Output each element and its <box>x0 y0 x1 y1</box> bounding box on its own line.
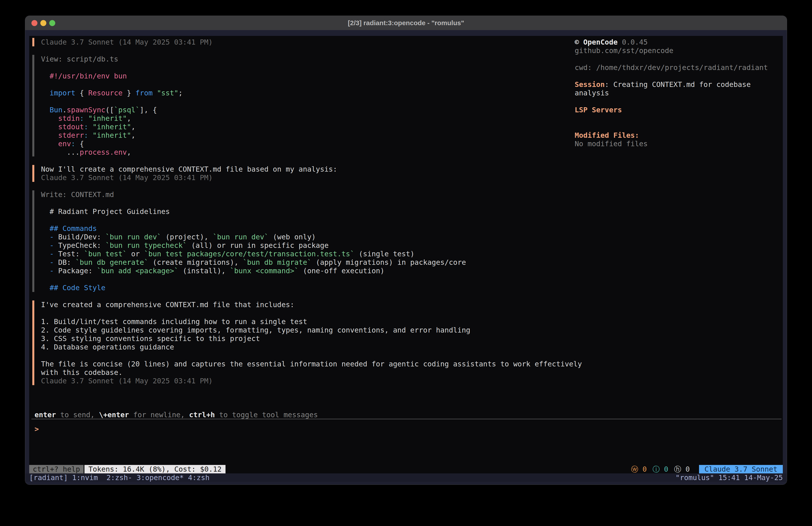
text-segment: Package: <box>54 267 97 275</box>
help-button[interactable]: ctrl+? help <box>29 465 84 473</box>
text-segment <box>41 89 50 97</box>
text-segment: Bun <box>50 106 63 114</box>
text-segment: 0.0.45 <box>618 38 648 46</box>
text-segment: The file is concise (20 lines) and captu… <box>41 360 582 368</box>
chat-line: The file is concise (20 lines) and captu… <box>41 360 582 368</box>
text-segment: `bun test` <box>84 250 127 258</box>
chat-line <box>41 80 582 89</box>
window-title: [2/3] radiant:3:opencode - "romulus" <box>348 19 464 27</box>
text-segment: , <box>131 123 135 131</box>
tmux-window-tab[interactable]: 3:opencode* <box>136 473 188 482</box>
chat-line: - Test: `bun test` or `bun test packages… <box>41 250 582 258</box>
chat-line <box>41 97 582 106</box>
text-segment: , <box>131 131 135 140</box>
text-segment: to send, <box>56 411 99 419</box>
text-segment: 4. Database operations guidance <box>41 343 174 351</box>
text-segment: - <box>50 233 54 241</box>
chat-line: stdin: "inherit", <box>41 114 582 123</box>
tmux-host-clock: "romulus" 15:41 14-May-25 <box>676 473 783 482</box>
sidebar-line: LSP Servers <box>575 106 782 114</box>
text-segment: "inherit" <box>92 123 131 131</box>
text-segment: ... <box>41 148 79 156</box>
text-segment: Claude 3.7 Sonnet (14 May 2025 03:41 PM) <box>41 173 213 182</box>
chat-line: with this codebase. <box>41 368 582 377</box>
diagnostic-orange-count: ⓦ 0 <box>631 465 647 473</box>
text-segment: Claude 3.7 Sonnet (14 May 2025 03:41 PM) <box>41 377 213 385</box>
text-segment: 2. Code style guidelines covering import… <box>41 326 470 334</box>
tmux-window-tab[interactable]: 2:zsh- <box>106 473 136 482</box>
tmux-window-tab[interactable]: 1:nvim <box>72 473 106 482</box>
text-segment: stdout <box>58 123 84 131</box>
text-segment <box>41 250 50 258</box>
chat-line: - Package: `bun add <package>` (install)… <box>41 267 582 275</box>
sidebar-line: No modified files <box>575 140 782 148</box>
model-badge[interactable]: Claude 3.7 Sonnet <box>699 465 783 473</box>
text-segment <box>41 131 58 140</box>
assistant-message-block: Claude 3.7 Sonnet (14 May 2025 03:41 PM) <box>32 38 582 46</box>
text-segment: Claude 3.7 Sonnet (14 May 2025 03:41 PM) <box>41 38 213 46</box>
text-segment: env <box>58 140 71 148</box>
chat-line <box>41 63 582 72</box>
text-segment: cwd: /home/thdxr/dev/projects/radiant/ra… <box>575 63 768 72</box>
opencode-app: Claude 3.7 Sonnet (14 May 2025 03:41 PM)… <box>29 36 783 473</box>
text-segment: (web only) <box>269 233 316 241</box>
sidebar-line <box>575 55 782 63</box>
text-segment: #!/usr/bin/env bun <box>41 72 127 80</box>
chat-line <box>41 199 582 207</box>
chat-line: stderr: "inherit", <box>41 131 582 140</box>
text-segment: github.com/sst/opencode <box>575 46 673 55</box>
chat-line: I've created a comprehensive CONTEXT.md … <box>41 300 582 309</box>
text-segment: : <box>71 140 75 148</box>
text-segment: `bun db migrate` <box>243 258 311 267</box>
sidebar-line <box>575 123 782 131</box>
close-button[interactable] <box>31 20 38 26</box>
chat-line: View: script/db.ts <box>41 55 582 63</box>
chat-line: env: { <box>41 140 582 148</box>
chat-line: - DB: `bun db generate` (create migratio… <box>41 258 582 267</box>
diagnostic-teal-count: ⓘ 0 <box>652 465 668 473</box>
minimize-button[interactable] <box>40 20 46 26</box>
tool-call-block: Write: CONTEXT.md # Radiant Project Guid… <box>32 190 582 292</box>
chat-line: Write: CONTEXT.md <box>41 190 582 199</box>
window-titlebar[interactable]: [2/3] radiant:3:opencode - "romulus" <box>25 16 787 30</box>
tokens-cost-status: Tokens: 16.4K (8%), Cost: $0.12 <box>85 465 226 473</box>
sidebar-line: cwd: /home/thdxr/dev/projects/radiant/ra… <box>575 63 782 72</box>
text-segment: Resource <box>88 89 122 97</box>
text-segment: `psql` <box>114 106 140 114</box>
text-segment: ([ <box>105 106 114 114</box>
text-segment: "inherit" <box>88 114 127 123</box>
text-segment <box>41 241 50 250</box>
sidebar: © OpenCode 0.0.45github.com/sst/opencode… <box>575 38 782 148</box>
zoom-button[interactable] <box>49 20 55 26</box>
sidebar-line: Modified Files: <box>575 131 782 140</box>
text-segment: No modified files <box>575 140 648 148</box>
chat-line: ## Code Style <box>41 284 582 292</box>
text-segment: Modified Files: <box>575 131 639 140</box>
chat-line <box>41 351 582 360</box>
text-segment: or <box>127 250 144 258</box>
text-segment <box>41 123 58 131</box>
chat-line <box>41 309 582 317</box>
sidebar-line <box>575 114 782 123</box>
text-segment: , <box>127 148 131 156</box>
tmux-spacer <box>214 473 676 482</box>
text-segment: } <box>122 89 135 97</box>
text-segment: `bun run dev` <box>213 233 269 241</box>
text-segment: - <box>50 267 54 275</box>
prompt-symbol: > <box>34 425 39 433</box>
text-segment: `bun db generate` <box>75 258 148 267</box>
assistant-message-block: I've created a comprehensive CONTEXT.md … <box>32 300 582 385</box>
text-segment: : <box>84 123 88 131</box>
text-segment: , <box>127 114 131 123</box>
text-segment: DB: <box>54 258 75 267</box>
text-segment: `bun run typecheck` <box>105 241 187 250</box>
prompt-input[interactable]: > <box>34 425 39 433</box>
sidebar-line: github.com/sst/opencode <box>575 46 782 55</box>
text-segment: enter <box>34 411 56 419</box>
text-segment <box>41 114 58 123</box>
text-segment: with this codebase. <box>41 368 122 377</box>
text-segment: - <box>50 258 54 267</box>
text-segment: (one-off execution) <box>299 267 385 275</box>
tmux-window-tab[interactable]: 4:zsh <box>188 473 214 482</box>
text-segment: (project), <box>161 233 213 241</box>
